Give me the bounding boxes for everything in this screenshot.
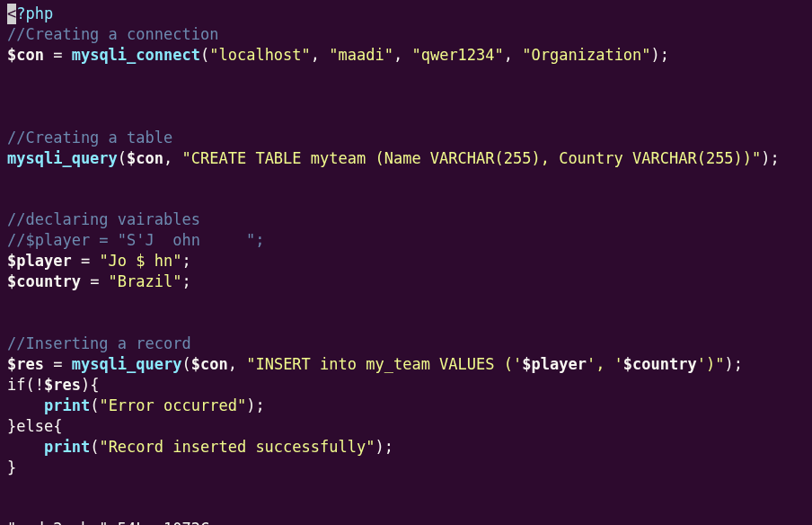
blank-line	[7, 189, 812, 209]
operator: =	[44, 355, 72, 373]
blank-line	[7, 313, 812, 334]
brace: }	[7, 458, 16, 476]
variable: $con	[191, 355, 228, 373]
variable: $con	[127, 149, 163, 167]
variable: $res	[7, 355, 44, 373]
code-editor[interactable]: <?php //Creating a connection $con = mys…	[0, 4, 812, 519]
string-interpolation: $player	[522, 355, 587, 373]
indent	[7, 438, 44, 456]
operator: =	[72, 252, 100, 270]
function-call: print	[44, 438, 90, 456]
code-line: <?php	[7, 4, 812, 24]
blank-line	[7, 478, 812, 499]
paren: );	[724, 355, 742, 373]
blank-line	[7, 107, 812, 128]
variable: $con	[7, 46, 44, 64]
string: "CREATE TABLE myteam (Name VARCHAR(255),…	[182, 149, 762, 167]
string: ')"	[697, 355, 725, 373]
semicolon: ;	[182, 272, 191, 290]
php-open-tag: ?php	[16, 4, 53, 22]
comment: //Creating a connection	[7, 25, 218, 43]
function-call: print	[44, 396, 90, 414]
code-line: //Creating a connection	[7, 24, 812, 45]
cursor: <	[7, 4, 16, 24]
string: ', '	[587, 355, 623, 373]
comma: ,	[504, 46, 522, 64]
paren: (	[90, 438, 99, 456]
paren: (	[118, 149, 127, 167]
blank-line	[7, 499, 812, 520]
code-line: }else{	[7, 416, 812, 437]
keyword: if(!	[7, 376, 44, 394]
code-line: mysqli_query($con, "CREATE TABLE myteam …	[7, 148, 812, 169]
code-line: print("Record inserted successfully");	[7, 437, 812, 458]
vim-status-line: "code2.php" 54L, 1072C	[0, 519, 812, 525]
paren: (	[90, 396, 99, 414]
blank-line	[7, 86, 812, 107]
brace: ){	[81, 376, 99, 394]
semicolon: ;	[182, 252, 191, 270]
string: "Organization"	[522, 46, 650, 64]
comma: ,	[228, 355, 246, 373]
comma: ,	[163, 149, 181, 167]
code-line: }	[7, 458, 812, 478]
function-call: mysqli_query	[7, 149, 118, 167]
blank-line	[7, 292, 812, 313]
operator: =	[44, 46, 72, 64]
paren: );	[651, 46, 669, 64]
paren: );	[246, 396, 264, 414]
code-line: $res = mysqli_query($con, "INSERT into m…	[7, 354, 812, 375]
function-call: mysqli_connect	[72, 46, 200, 64]
code-line: if(!$res){	[7, 375, 812, 396]
code-line: //$player = "S'J ohn ";	[7, 230, 812, 251]
paren: (	[182, 355, 191, 373]
code-line: print("Error occurred");	[7, 396, 812, 416]
string: "Brazil"	[109, 272, 182, 290]
code-line: //Inserting a record	[7, 334, 812, 354]
code-line: $player = "Jo $ hn";	[7, 251, 812, 271]
blank-line	[7, 169, 812, 190]
blank-line	[7, 66, 812, 86]
string: "Error occurred"	[99, 396, 246, 414]
comma: ,	[311, 46, 329, 64]
variable: $player	[7, 252, 72, 270]
code-line: $country = "Brazil";	[7, 271, 812, 292]
function-call: mysqli_query	[72, 355, 182, 373]
code-line: //Creating a table	[7, 128, 812, 148]
paren: (	[200, 46, 209, 64]
string: "localhost"	[209, 46, 311, 64]
string: "Record inserted successfully"	[99, 438, 375, 456]
paren: );	[375, 438, 393, 456]
string-interpolation: $country	[623, 355, 697, 373]
comment: //Creating a table	[7, 129, 172, 147]
code-line: $con = mysqli_connect("localhost", "maad…	[7, 45, 812, 66]
string: "INSERT into my_team VALUES ('	[246, 355, 522, 373]
comma: ,	[393, 46, 411, 64]
indent	[7, 396, 44, 414]
operator: =	[81, 272, 109, 290]
string: "qwer1234"	[411, 46, 503, 64]
comment: //declaring vairables	[7, 210, 200, 228]
paren: );	[761, 149, 779, 167]
variable: $country	[7, 272, 81, 290]
code-line: //declaring vairables	[7, 209, 812, 230]
string: "Jo $ hn"	[99, 252, 181, 270]
comment: //$player = "S'J ohn ";	[7, 231, 265, 249]
comment: //Inserting a record	[7, 334, 191, 352]
string: "maadi"	[329, 46, 393, 64]
keyword: }else{	[7, 417, 62, 435]
variable: $res	[44, 376, 81, 394]
